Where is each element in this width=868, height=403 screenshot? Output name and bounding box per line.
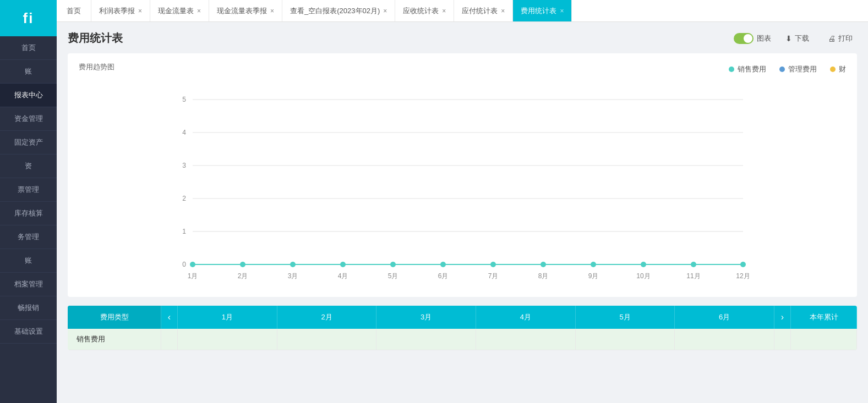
- tab-close-expenses[interactable]: ×: [560, 7, 564, 15]
- td-sales-m2: [277, 329, 377, 350]
- th-month-3: 3月: [376, 306, 476, 329]
- th-month-4: 4月: [476, 306, 576, 329]
- td-sales-m5: [576, 329, 675, 350]
- svg-text:7月: 7月: [488, 272, 499, 280]
- chart-legend: 销售费用 管理费用 财: [729, 64, 846, 74]
- sidebar-item-funds[interactable]: 资金管理: [0, 107, 57, 131]
- table-header-row: 费用类型 ‹ 1月 2月 3月 4月 5月 6月 › 本年累计: [68, 306, 857, 329]
- chart-card: 费用趋势图 销售费用 管理费用 财: [68, 53, 857, 297]
- sidebar-item-archives[interactable]: 档案管理: [0, 273, 57, 296]
- chart-dot-dec: [740, 262, 746, 267]
- chart-dot-nov: [691, 262, 696, 267]
- sidebar-item-services[interactable]: 务管理: [0, 225, 57, 249]
- chart-dot-mar: [290, 262, 296, 267]
- svg-text:8月: 8月: [538, 272, 549, 280]
- svg-text:3月: 3月: [288, 272, 298, 280]
- tab-payables[interactable]: 应付统计表 ×: [454, 0, 513, 21]
- th-month-5: 5月: [576, 306, 675, 329]
- sidebar-item-settings[interactable]: 基础设置: [0, 320, 57, 344]
- chart-toggle[interactable]: [734, 33, 754, 44]
- chart-dot-jun: [440, 262, 446, 267]
- svg-text:1月: 1月: [188, 272, 198, 280]
- sidebar-item-ledger[interactable]: 账: [0, 249, 57, 273]
- tab-cashflow[interactable]: 现金流量表 ×: [150, 0, 209, 21]
- tab-close-receivables[interactable]: ×: [442, 7, 446, 15]
- svg-text:6月: 6月: [438, 272, 449, 280]
- chart-toggle-wrap: 图表: [734, 33, 771, 44]
- sidebar-item-account[interactable]: 账: [0, 60, 57, 84]
- sidebar: fi 首页 账 报表中心 资金管理 固定资产 资 票管理 库存核算 务管理 账 …: [0, 0, 57, 403]
- chart-dot-feb: [240, 262, 245, 267]
- sidebar-item-resources[interactable]: 资: [0, 154, 57, 178]
- svg-text:5: 5: [182, 96, 186, 103]
- legend-finance: 财: [830, 64, 846, 74]
- chart-dot-apr: [340, 262, 346, 267]
- legend-management: 管理费用: [779, 64, 817, 74]
- sidebar-item-expense[interactable]: 畅报销: [0, 296, 57, 320]
- tab-close-blank-report[interactable]: ×: [383, 7, 387, 15]
- sidebar-item-inventory[interactable]: 库存核算: [0, 202, 57, 225]
- td-sales-m4: [476, 329, 576, 350]
- svg-text:5月: 5月: [388, 272, 398, 280]
- svg-text:9月: 9月: [588, 272, 599, 280]
- td-sales-total: [791, 329, 857, 350]
- tab-close-cashflow-quarterly[interactable]: ×: [270, 7, 274, 15]
- td-sales-m3: [376, 329, 476, 350]
- td-sales-m6: [675, 329, 774, 350]
- svg-text:4月: 4月: [338, 272, 348, 280]
- prev-arrow-icon[interactable]: ‹: [166, 312, 173, 322]
- legend-sales: 销售费用: [729, 64, 766, 74]
- legend-management-label: 管理费用: [788, 64, 817, 74]
- download-icon: ⬇: [785, 34, 792, 43]
- td-spacer-prev: [161, 329, 178, 350]
- sidebar-item-assets[interactable]: 固定资产: [0, 131, 57, 154]
- chart-dot-jul: [490, 262, 496, 267]
- content-area: 费用统计表 图表 ⬇ 下载 🖨 打印 费用趋势图: [57, 22, 868, 403]
- sidebar-item-reports[interactable]: 报表中心: [0, 84, 57, 107]
- td-sales-m1: [178, 329, 277, 350]
- th-month-1: 1月: [178, 306, 277, 329]
- next-arrow-icon[interactable]: ›: [779, 312, 786, 322]
- chart-dot-oct: [641, 262, 646, 267]
- chart-dot-jan: [190, 262, 195, 267]
- th-month-6: 6月: [675, 306, 774, 329]
- download-button[interactable]: ⬇ 下载: [781, 31, 814, 46]
- td-spacer-next: [774, 329, 791, 350]
- print-button[interactable]: 🖨 打印: [823, 31, 857, 46]
- table-row-sales: 销售费用: [68, 329, 857, 350]
- tab-receivables[interactable]: 应收统计表 ×: [395, 0, 454, 21]
- tab-blank-report[interactable]: 查看_空白报表(2023年02月) ×: [282, 0, 395, 21]
- svg-text:12月: 12月: [736, 272, 750, 280]
- svg-text:3: 3: [182, 162, 186, 169]
- svg-text:11月: 11月: [686, 272, 700, 280]
- sidebar-item-home[interactable]: 首页: [0, 36, 57, 60]
- svg-text:0: 0: [182, 261, 186, 268]
- th-nav-next[interactable]: ›: [774, 306, 791, 329]
- svg-text:2月: 2月: [238, 272, 248, 280]
- th-nav-prev[interactable]: ‹: [161, 306, 178, 329]
- chart-dot-may: [390, 262, 396, 267]
- tab-cashflow-quarterly[interactable]: 现金流量表季报 ×: [209, 0, 282, 21]
- tab-close-cashflow[interactable]: ×: [197, 7, 201, 15]
- tab-profit-quarterly[interactable]: 利润表季报 ×: [91, 0, 150, 21]
- chart-dot-aug: [541, 262, 546, 267]
- th-type: 费用类型: [68, 306, 161, 329]
- svg-text:2: 2: [182, 195, 186, 202]
- tabs-bar: 首页 利润表季报 × 现金流量表 × 现金流量表季报 × 查看_空白报表(202…: [57, 0, 868, 22]
- svg-text:10月: 10月: [636, 272, 650, 280]
- legend-dot-finance: [830, 67, 836, 72]
- legend-dot-sales: [729, 67, 734, 72]
- td-type-sales: 销售费用: [68, 329, 161, 350]
- tab-home[interactable]: 首页: [57, 0, 91, 21]
- tab-expenses[interactable]: 费用统计表 ×: [513, 0, 572, 21]
- legend-finance-label: 财: [839, 64, 846, 74]
- sidebar-item-invoices[interactable]: 票管理: [0, 178, 57, 202]
- chart-svg: 5 4 3 2 1 0: [79, 78, 846, 286]
- tab-close-profit-quarterly[interactable]: ×: [138, 7, 142, 15]
- chart-svg-wrap: 5 4 3 2 1 0: [79, 78, 846, 288]
- tab-close-payables[interactable]: ×: [501, 7, 505, 15]
- print-icon: 🖨: [828, 34, 836, 43]
- svg-text:4: 4: [182, 129, 186, 136]
- sidebar-logo: fi: [0, 0, 57, 36]
- page-actions: 图表 ⬇ 下载 🖨 打印: [734, 31, 857, 46]
